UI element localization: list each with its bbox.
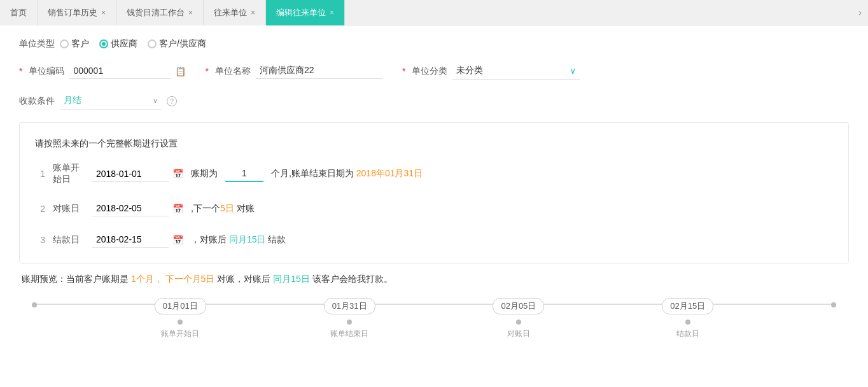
period-date-2-input[interactable] [92,201,169,216]
unit-code-field: * 单位编码 📋 [19,63,186,79]
radio-both-label: 客户/供应商 [159,38,206,50]
tl-line-3 [375,304,493,305]
tl-line-2 [206,304,324,305]
radio-supplier-label: 供应商 [111,38,137,50]
tl-node-4: 02月15日 结款日 [662,298,713,339]
period-end-date-1: 2018年01月31日 [356,168,423,178]
unit-type-label: 单位类型 [19,38,55,50]
period-row-1: 1 账单开始日 📅 账期为 个月,账单结束日期为 2018年01月31日 [35,162,833,185]
tl-badge-2: 01月31日 [324,298,375,314]
tab-cash-work-label: 钱货日清工作台 [127,7,185,18]
tl-badge-1: 01月01日 [155,298,206,314]
unit-type-field: 单位类型 客户 供应商 客户/供应商 [19,38,206,50]
period-box-title: 请按照未来的一个完整帐期进行设置 [35,138,833,150]
period-row-3: 3 结款日 📅 ，对账后 同月15日 结款 [35,232,833,248]
period-num-3: 3 [35,235,45,245]
tl-dot-3 [516,320,521,325]
tl-end-dot [831,302,836,307]
period-num-2: 2 [35,204,45,214]
calendar-icon-1[interactable]: 📅 [172,169,183,179]
period-middle-1: 账期为 [191,168,218,179]
period-date-3-wrap: 📅 [92,232,183,248]
radio-customer[interactable]: 客户 [60,38,89,50]
tab-sales-history-label: 销售订单历史 [48,7,97,18]
tl-line-1 [37,304,155,305]
help-icon[interactable]: ? [167,96,177,106]
unit-category-select[interactable]: 未分类 ∨ [452,62,580,80]
radio-both[interactable]: 客户/供应商 [148,38,206,50]
period-suffix-1: 个月,账单结束日期为 2018年01月31日 [271,168,423,179]
unit-code-input-wrap: 📋 [69,63,186,79]
radio-group: 客户 供应商 客户/供应商 [60,38,206,50]
tl-node-2: 01月31日 账单结束日 [324,298,375,339]
preview-text: 账期预览：当前客户账期是 1个月， 下一个月5日 对账，对账后 同月15日 该客… [19,274,849,285]
tl-label-1: 账单开始日 [161,328,199,339]
period-label-3: 结款日 [53,234,85,246]
radio-supplier[interactable]: 供应商 [99,38,137,50]
tl-line-5 [713,304,831,305]
tl-start-dot [32,302,37,307]
preview-part2: 下一个月5日 [165,274,215,284]
tab-sales-history[interactable]: 销售订单历史 × [38,0,116,25]
tab-partner[interactable]: 往来单位 × [204,0,266,25]
preview-part1: 1个月， [131,274,163,284]
tab-edit-partner-label: 编辑往来单位 [276,7,326,18]
tl-node-3: 02月05日 对账日 [493,298,544,339]
radio-customer-label: 客户 [71,38,89,50]
payment-terms-chevron: ∨ [153,97,158,105]
tl-label-3: 对账日 [507,328,530,339]
tl-node-1: 01月01日 账单开始日 [155,298,206,339]
period-highlight-3: 同月15日 [229,234,266,244]
unit-category-label: 单位分类 [412,66,447,77]
tab-partner-close[interactable]: × [251,8,255,17]
tl-dot-4 [685,320,690,325]
tab-home[interactable]: 首页 [0,0,38,25]
calendar-icon-3[interactable]: 📅 [172,235,183,245]
payment-terms-field: 收款条件 月结 ∨ ? [19,92,177,109]
payment-terms-value: 月结 [64,95,150,106]
period-label-1: 账单开始日 [53,162,85,185]
period-date-3-input[interactable] [92,232,169,248]
tab-bar: 首页 销售订单历史 × 钱货日清工作台 × 往来单位 × 编辑往来单位 × › [0,0,868,25]
calendar-icon-2[interactable]: 📅 [172,204,183,214]
period-month-input[interactable] [225,165,263,182]
unit-type-row: 单位类型 客户 供应商 客户/供应商 [19,38,849,50]
period-num-1: 1 [35,169,45,179]
tl-dot-1 [178,320,183,325]
preview-suffix: 该客户会给我打款。 [312,274,393,284]
unit-name-label: 单位名称 [215,66,251,77]
tl-end-dot-wrap [831,302,836,339]
tl-label-4: 结款日 [676,328,699,339]
period-desc-3: ，对账后 同月15日 结款 [191,234,286,246]
period-date-1-input[interactable] [92,166,169,182]
tab-cash-work[interactable]: 钱货日清工作台 × [116,0,204,25]
tl-start-dot-wrap [32,302,37,339]
tab-partner-label: 往来单位 [214,7,247,18]
radio-both-circle [148,39,157,48]
radio-customer-circle [60,39,69,48]
unit-cat-required: * [402,66,405,76]
tab-sales-history-close[interactable]: × [101,8,106,17]
tl-label-2: 账单结束日 [330,328,368,339]
tl-badge-4: 02月15日 [662,298,713,314]
unit-code-label: 单位编码 [29,66,64,77]
unit-category-field: * 单位分类 未分类 ∨ [402,62,580,80]
period-row-2: 2 对账日 📅 ,下一个5日 对账 [35,201,833,216]
timeline: 01月01日 账单开始日 01月31日 账单结束日 02月05日 对账日 02月… [19,298,849,339]
tl-dot-2 [347,320,352,325]
chevron-down-icon: ∨ [570,66,576,76]
payment-terms-row: 收款条件 月结 ∨ ? [19,92,849,109]
unit-code-copy-icon[interactable]: 📋 [175,66,186,76]
payment-terms-select[interactable]: 月结 ∨ [60,92,162,109]
unit-code-input[interactable] [69,63,171,79]
unit-name-input[interactable] [256,63,383,79]
tab-home-label: 首页 [10,7,27,18]
preview-part3: 同月15日 [273,274,310,284]
period-date-1-wrap: 📅 [92,166,183,182]
tab-edit-partner[interactable]: 编辑往来单位 × [266,0,345,25]
tab-more-button[interactable]: › [852,7,868,18]
tab-cash-work-close[interactable]: × [188,8,193,17]
tab-edit-partner-close[interactable]: × [330,8,334,17]
unit-category-value: 未分类 [456,65,567,76]
period-highlight-2: 5日 [220,203,234,213]
